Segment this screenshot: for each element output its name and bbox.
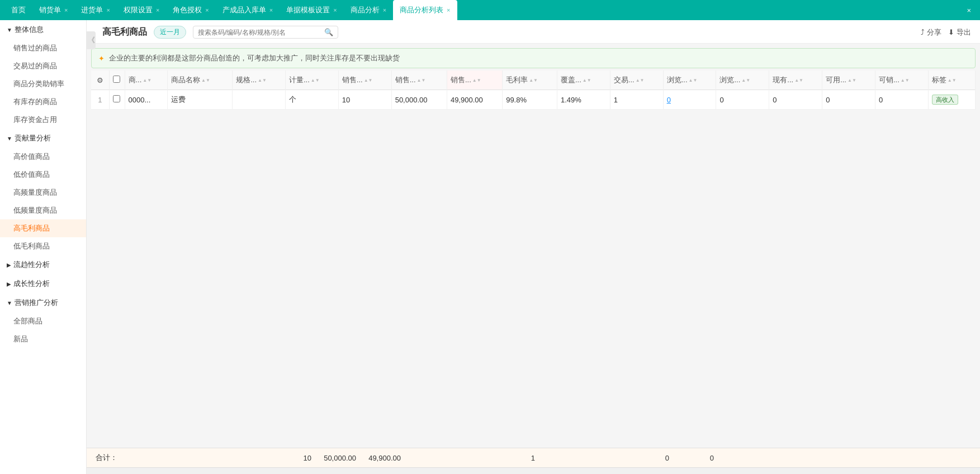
nav-purchase[interactable]: 进货单 × (74, 0, 116, 20)
sidebar-group-marketing[interactable]: ▼ 营销推广分析 (0, 293, 86, 312)
close-analysis-icon[interactable]: × (383, 7, 386, 13)
nav-template[interactable]: 单据模板设置 × (280, 0, 343, 20)
sidebar-item-low-margin[interactable]: 低毛利商品 (0, 237, 86, 255)
close-analysis-list-icon[interactable]: × (447, 7, 450, 13)
sidebar-item-new-goods[interactable]: 新品 (0, 330, 86, 348)
col-tag[interactable]: 标签▲▼ (928, 71, 975, 90)
col-unit[interactable]: 计量...▲▼ (286, 71, 339, 90)
sidebar-item-high-freq[interactable]: 高频量度商品 (0, 184, 86, 201)
col-spec[interactable]: 规格...▲▼ (233, 71, 286, 90)
sidebar-group-growth[interactable]: ▶ 成长性分析 (0, 274, 86, 293)
row-spec (233, 90, 286, 110)
col-trade-times[interactable]: 交易...▲▼ (610, 71, 663, 90)
sidebar-item-high-value[interactable]: 高价值商品 (0, 148, 86, 166)
row-tag: 高收入 (928, 90, 975, 110)
row-code: 0000... (125, 90, 168, 110)
col-checkbox[interactable] (109, 71, 125, 90)
row-sales-qty: 10 (338, 90, 391, 110)
page-title: 高毛利商品 (102, 26, 147, 38)
col-sales-amt[interactable]: 销售...▲▼ (391, 71, 447, 90)
search-icon[interactable]: 🔍 (324, 28, 333, 36)
close-sales-icon[interactable]: × (64, 7, 68, 13)
export-button[interactable]: ⬇ 导出 (948, 27, 971, 37)
close-permission-icon[interactable]: × (156, 7, 159, 13)
row-sellable: 0 (875, 90, 928, 110)
col-sales-qty[interactable]: 销售...▲▼ (338, 71, 391, 90)
footer-sales-qty: 10 (270, 454, 315, 462)
nav-role[interactable]: 角色授权 × (166, 0, 215, 20)
row-unit: 个 (286, 90, 339, 110)
search-input[interactable] (198, 29, 324, 36)
row-name: 运费 (168, 90, 233, 110)
close-purchase-icon[interactable]: × (106, 7, 110, 13)
sidebar-group-overall[interactable]: ▼ 整体信息 (0, 20, 86, 39)
export-icon: ⬇ (948, 28, 954, 36)
row-sales-cost: 49,900.00 (447, 90, 502, 110)
window-close[interactable]: × (962, 6, 976, 15)
table-wrapper: ⚙ 商...▲▼ 商品名称▲▼ 规格...▲▼ 计量...▲▼ 销售...▲▼ … (91, 71, 976, 448)
row-coverage: 1.49% (557, 90, 610, 110)
sidebar-item-low-freq[interactable]: 低频量度商品 (0, 201, 86, 219)
sidebar-group-wealth[interactable]: ▼ 贡献量分析 (0, 129, 86, 148)
col-code[interactable]: 商...▲▼ (125, 71, 168, 90)
row-checkbox[interactable] (109, 90, 125, 110)
sidebar-item-traded-goods[interactable]: 交易过的商品 (0, 57, 86, 75)
nav-analysis[interactable]: 商品分析 × (344, 0, 393, 20)
select-all-checkbox[interactable] (113, 76, 120, 83)
share-button[interactable]: ⤴ 分享 (921, 27, 941, 37)
data-table: ⚙ 商...▲▼ 商品名称▲▼ 规格...▲▼ 计量...▲▼ 销售...▲▼ … (91, 71, 976, 110)
row-select-checkbox[interactable] (113, 95, 120, 102)
sidebar-group-trend[interactable]: ▶ 流趋性分析 (0, 255, 86, 274)
sidebar-item-stocked-goods[interactable]: 有库存的商品 (0, 93, 86, 111)
sidebar-item-stock-ratio[interactable]: 库存资金占用 (0, 111, 86, 129)
arrow-trend-icon: ▶ (7, 262, 11, 268)
col-name[interactable]: 商品名称▲▼ (168, 71, 233, 90)
col-sellable[interactable]: 可销...▲▼ (875, 71, 928, 90)
row-margin-rate: 99.8% (503, 90, 557, 110)
sidebar-item-all-goods[interactable]: 全部商品 (0, 312, 86, 330)
row-browse1[interactable]: 0 (663, 90, 716, 110)
row-sales-amt: 50,000.00 (391, 90, 447, 110)
sidebar-item-high-margin[interactable]: 高毛利商品 (0, 219, 86, 237)
info-icon: ✦ (98, 54, 105, 63)
nav-product-entry[interactable]: 产成品入库单 × (216, 0, 280, 20)
footer-available2: 0 (673, 454, 717, 462)
nav-sales[interactable]: 销货单 × (32, 0, 74, 20)
row-index: 1 (91, 90, 109, 110)
footer-available1: 0 (628, 454, 673, 462)
info-text: 企业的主要的利润都是这部分商品创造的，可考虑加大推广，同时关注库存是不要出现缺货 (109, 53, 400, 63)
row-available1: 0 (769, 90, 822, 110)
col-browse1[interactable]: 浏览...▲▼ (663, 71, 716, 90)
col-available1[interactable]: 现有...▲▼ (769, 71, 822, 90)
col-available2[interactable]: 可用...▲▼ (822, 71, 875, 90)
search-box: 🔍 (193, 26, 338, 39)
footer-bar: 合计： 10 50,000.00 49,900.00 1 0 0 (87, 448, 980, 467)
content-area: 《 高毛利商品 近一月 🔍 ⤴ 分享 ⬇ 导出 ✦ (87, 20, 980, 474)
col-margin-rate[interactable]: 毛利率▲▼ (503, 71, 557, 90)
sidebar: ▼ 整体信息 销售过的商品 交易过的商品 商品分类助销率 有库存的商品 库存资金… (0, 20, 87, 474)
sidebar-item-goods-classify[interactable]: 商品分类助销率 (0, 75, 86, 93)
nav-home[interactable]: 首页 (4, 0, 32, 20)
sidebar-collapse-button[interactable]: 《 (87, 31, 96, 49)
sidebar-item-low-value[interactable]: 低价值商品 (0, 166, 86, 184)
arrow-growth-icon: ▶ (7, 281, 11, 287)
top-nav: 首页 销货单 × 进货单 × 权限设置 × 角色授权 × 产成品入库单 × 单据… (0, 0, 980, 20)
arrow-wealth-icon: ▼ (7, 135, 12, 142)
row-browse2: 0 (716, 90, 769, 110)
sidebar-item-sales-goods[interactable]: 销售过的商品 (0, 39, 86, 57)
close-role-icon[interactable]: × (205, 7, 209, 13)
col-browse2[interactable]: 浏览...▲▼ (716, 71, 769, 90)
close-template-icon[interactable]: × (333, 7, 337, 13)
nav-analysis-list[interactable]: 商品分析列表 × (393, 0, 457, 20)
filter-period-button[interactable]: 近一月 (154, 26, 186, 39)
header-actions: ⤴ 分享 ⬇ 导出 (921, 27, 971, 37)
col-sales-cost[interactable]: 销售...▲▼ (447, 71, 502, 90)
arrow-marketing-icon: ▼ (7, 300, 12, 306)
nav-permission[interactable]: 权限设置 × (117, 0, 166, 20)
col-settings[interactable]: ⚙ (91, 71, 109, 90)
horizontal-scrollbar[interactable] (87, 467, 980, 474)
footer-trade-times: 1 (494, 454, 538, 462)
footer-cells: 10 50,000.00 49,900.00 1 0 0 (125, 454, 976, 462)
close-product-entry-icon[interactable]: × (269, 7, 273, 13)
col-coverage[interactable]: 覆盖...▲▼ (557, 71, 610, 90)
